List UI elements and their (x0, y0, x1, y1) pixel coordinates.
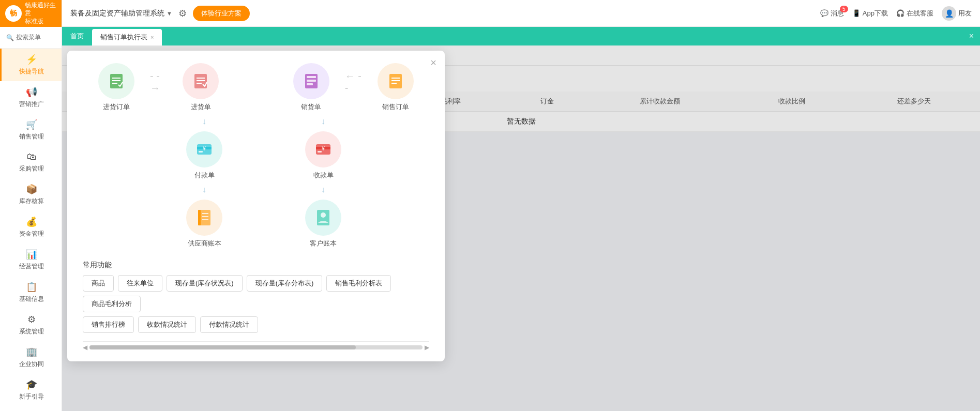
tabs-bar: 首页 销售订单执行表 × × (62, 27, 980, 45)
app-download-button[interactable]: 📱 App下载 (852, 9, 888, 18)
basic-info-icon: 📋 (26, 281, 37, 293)
logo-icon: 畅 (5, 5, 22, 22)
arrow-down-purchase: ↓ (171, 117, 238, 126)
common-functions: 常用功能 商品 往来单位 现存量(库存状况表) 现存量(库存分布表) 销售毛利分… (83, 261, 429, 333)
search-menu-button[interactable]: 🔍 搜索菜单 (4, 31, 57, 44)
func-btn-payment-stats[interactable]: 付款情况统计 (200, 316, 258, 333)
sidebar-item-guide[interactable]: 🎓 新手引导 (0, 374, 62, 406)
sidebar-item-system[interactable]: ⚙ 系统管理 (0, 309, 62, 341)
message-icon: 💬 (820, 9, 828, 17)
flow-col-purchase-receipt: 进货单 (167, 63, 234, 112)
flow-col-purchase-order: 进货订单 (83, 63, 150, 112)
flow-row-1: 进货订单 - - → (83, 63, 429, 112)
svg-text:¥: ¥ (202, 146, 206, 151)
sidebar-item-basic-info[interactable]: 📋 基础信息 (0, 276, 62, 309)
tab-sales-order-exec[interactable]: 销售订单执行表 × (92, 29, 162, 45)
sidebar-logo: 畅 畅康通好生意 标准版 (0, 0, 62, 27)
popup-overlay[interactable]: × (62, 45, 980, 411)
flow-node-payment[interactable]: ¥ 付款单 (171, 131, 238, 180)
system-title: 装备及固定资产辅助管理系统 (70, 9, 164, 18)
online-service-button[interactable]: 🎧 在线客服 (896, 9, 933, 18)
close-all-tabs-button[interactable]: × (963, 32, 980, 41)
marketing-icon: 📢 (26, 86, 37, 98)
flow-col-receipt: ¥ 收款单 (290, 131, 357, 180)
sidebar-item-enterprise[interactable]: 🏢 企业协同 (0, 341, 62, 374)
user-avatar: 👤 (942, 6, 956, 21)
flow-node-supplier-ledger[interactable]: 供应商账本 (171, 200, 238, 248)
sidebar-item-sales[interactable]: 🛒 销售管理 (0, 114, 62, 146)
sidebar-item-purchase[interactable]: 🛍 采购管理 (0, 146, 62, 178)
download-icon: 📱 (852, 9, 861, 17)
flow-col-supplier-ledger: 供应商账本 (171, 200, 238, 248)
content-area: ❓ 帮助 🖨 按模板打印 ▼ ⬆ 导出 🔄 刷新 (62, 45, 980, 411)
flow-node-purchase-order[interactable]: 进货订单 (83, 63, 150, 112)
sidebar-item-inventory[interactable]: 📦 库存核算 (0, 178, 62, 211)
flow-row-5: 供应商账本 (83, 200, 429, 248)
func-btn-sales-profit-analysis[interactable]: 销售毛利分析表 (326, 275, 391, 292)
user-menu[interactable]: 👤 用友 (942, 6, 972, 21)
arrow-sales-order-to-receipt: ← - - (345, 70, 362, 104)
logo-text: 畅康通好生意 标准版 (25, 2, 56, 26)
sidebar: 畅 畅康通好生意 标准版 🔍 搜索菜单 ⚡ 快捷导航 📢 营销推广 🛒 (0, 0, 62, 411)
tab-close-icon[interactable]: × (150, 34, 154, 40)
scroll-left-arrow[interactable]: ◀ (83, 344, 87, 351)
svg-text:¥: ¥ (321, 146, 325, 151)
scroll-thumb (89, 345, 356, 349)
finance-icon: 💰 (26, 216, 37, 227)
func-btn-goods[interactable]: 商品 (83, 275, 114, 292)
scroll-right-arrow[interactable]: ▶ (425, 344, 429, 351)
flow-row-3: ¥ 付款单 (83, 131, 429, 180)
func-btn-goods-profit[interactable]: 商品毛利分析 (83, 296, 141, 312)
sales-receipt-circle (293, 63, 329, 99)
settings-icon[interactable]: ⚙ (178, 8, 187, 19)
flow-node-customer-ledger[interactable]: 客户账本 (290, 200, 357, 248)
svg-rect-23 (318, 151, 322, 153)
system-title-dropdown[interactable]: 装备及固定资产辅助管理系统 ▼ (70, 9, 172, 18)
flow-col-sales-order: 销售订单 (362, 63, 429, 112)
func-buttons-row-2: 销售排行榜 收款情况统计 付款情况统计 (83, 316, 429, 333)
func-btn-inventory-status[interactable]: 现存量(库存状况表) (167, 275, 243, 292)
sales-order-circle (378, 63, 414, 99)
popup-close-button[interactable]: × (430, 57, 436, 69)
quick-nav-icon: ⚡ (26, 54, 37, 65)
service-icon: 🎧 (896, 9, 904, 17)
func-btn-receipt-stats[interactable]: 收款情况统计 (138, 316, 196, 333)
trial-button[interactable]: 体验行业方案 (193, 6, 250, 21)
popup-scrollbar: ◀ ▶ (83, 341, 429, 351)
receipt-circle: ¥ (305, 131, 341, 168)
sidebar-item-marketing[interactable]: 📢 营销推广 (0, 81, 62, 114)
scroll-track[interactable] (89, 345, 423, 349)
svg-rect-10 (307, 80, 316, 82)
sidebar-item-finance[interactable]: 💰 资金管理 (0, 211, 62, 243)
svg-point-30 (321, 212, 326, 218)
purchase-receipt-circle (183, 63, 219, 99)
func-buttons-row-1: 商品 往来单位 现存量(库存状况表) 现存量(库存分布表) 销售毛利分析表 商品… (83, 275, 429, 312)
guide-icon: 🎓 (26, 379, 37, 390)
payment-circle: ¥ (186, 131, 222, 168)
sidebar-nav: ⚡ 快捷导航 📢 营销推广 🛒 销售管理 🛍 采购管理 📦 库存核算 💰 (0, 49, 62, 411)
tab-home[interactable]: 首页 (62, 27, 92, 45)
inventory-icon: 📦 (26, 184, 37, 195)
quick-nav-popup: × (67, 51, 445, 361)
svg-rect-9 (307, 76, 316, 78)
flow-col-payment: ¥ 付款单 (171, 131, 238, 180)
sales-icon: 🛒 (26, 119, 37, 130)
arrow-down-receipt: ↓ (290, 185, 357, 194)
flow-node-sales-receipt[interactable]: 销货单 (278, 63, 345, 112)
sidebar-item-quick-nav[interactable]: ⚡ 快捷导航 (0, 49, 62, 81)
sidebar-search[interactable]: 🔍 搜索菜单 (0, 27, 62, 49)
flow-node-receipt[interactable]: ¥ 收款单 (290, 131, 357, 180)
svg-rect-11 (307, 83, 313, 85)
main-area: 装备及固定资产辅助管理系统 ▼ ⚙ 体验行业方案 💬 消息 5 📱 App下载 … (62, 0, 980, 411)
func-btn-unit[interactable]: 往来单位 (118, 275, 162, 292)
arrow-down-sales: ↓ (290, 117, 357, 126)
sidebar-item-operation[interactable]: 📊 经营管理 (0, 243, 62, 276)
system-icon: ⚙ (27, 314, 36, 325)
func-btn-sales-rank[interactable]: 销售排行榜 (83, 316, 134, 333)
messages-button[interactable]: 💬 消息 5 (820, 9, 844, 18)
flow-node-purchase-receipt[interactable]: 进货单 (167, 63, 234, 112)
flow-node-sales-order[interactable]: 销售订单 (362, 63, 429, 112)
flow-col-customer-ledger: 客户账本 (290, 200, 357, 248)
topbar: 装备及固定资产辅助管理系统 ▼ ⚙ 体验行业方案 💬 消息 5 📱 App下载 … (62, 0, 980, 27)
func-btn-inventory-dist[interactable]: 现存量(库存分布表) (247, 275, 323, 292)
